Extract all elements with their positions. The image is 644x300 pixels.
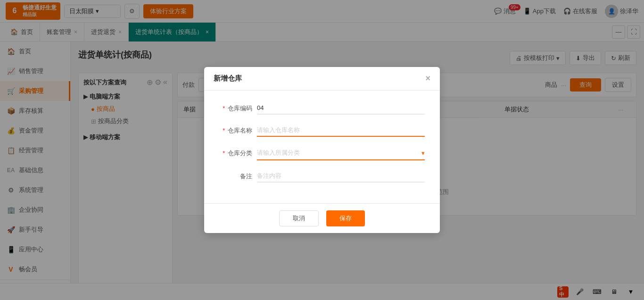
modal-footer: 取消 保存 — [204, 203, 440, 233]
modal-close-button[interactable]: × — [425, 74, 430, 83]
new-warehouse-modal: 新增仓库 × * 仓库编码 * 仓库名称 — [204, 67, 440, 233]
note-input[interactable] — [257, 170, 425, 183]
required-star: * — [223, 127, 225, 134]
form-row-code: * 仓库编码 — [219, 102, 425, 115]
chevron-down-icon: ▾ — [421, 150, 425, 157]
modal-overlay: 新增仓库 × * 仓库编码 * 仓库名称 — [0, 0, 644, 300]
category-label: * 仓库分类 — [219, 149, 257, 158]
code-label: * 仓库编码 — [219, 104, 257, 113]
name-label: * 仓库名称 — [219, 126, 257, 135]
required-star: * — [223, 150, 225, 157]
code-input[interactable] — [257, 102, 425, 115]
save-button[interactable]: 保存 — [326, 210, 365, 226]
name-input[interactable] — [257, 124, 425, 137]
modal-header: 新增仓库 × — [204, 67, 440, 91]
form-row-name: * 仓库名称 — [219, 124, 425, 137]
modal-title: 新增仓库 — [214, 74, 242, 83]
form-row-category: * 仓库分类 请输入所属分类 ▾ — [219, 146, 425, 160]
category-selector[interactable]: 请输入所属分类 ▾ — [257, 146, 425, 160]
category-placeholder: 请输入所属分类 — [257, 149, 300, 157]
note-label: 备注 — [219, 172, 257, 181]
cancel-button[interactable]: 取消 — [279, 210, 319, 226]
modal-body: * 仓库编码 * 仓库名称 * 仓库分类 请输入所属 — [204, 91, 440, 203]
form-row-note: 备注 — [219, 170, 425, 183]
required-star: * — [223, 105, 225, 112]
